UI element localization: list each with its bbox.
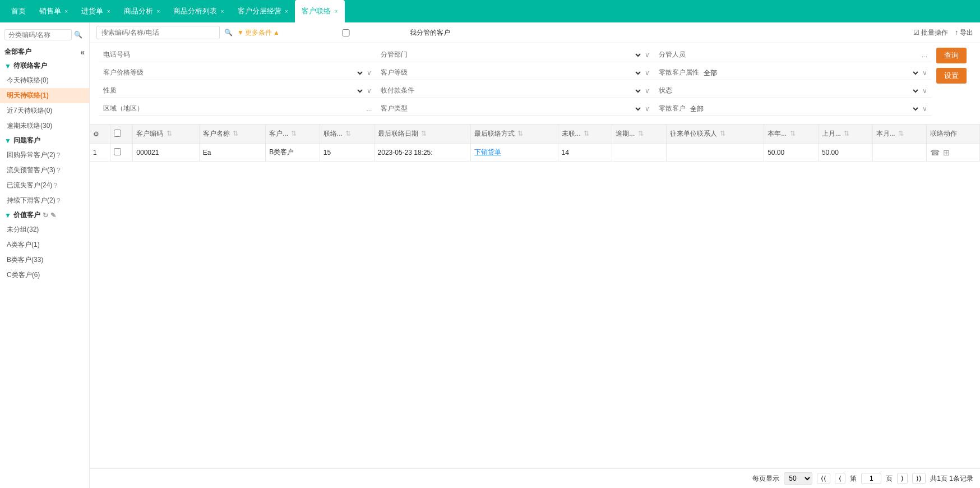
advanced-filter: 电话号码 分管部门 ∨ 分管人员 ... bbox=[90, 43, 980, 125]
sort-lmo-icon: ⇅ bbox=[844, 130, 849, 137]
query-button[interactable]: 查询 bbox=[936, 48, 967, 63]
cell-checkbox[interactable] bbox=[110, 144, 132, 162]
page-size-select[interactable]: 50 100 200 bbox=[784, 472, 812, 485]
th-last-date[interactable]: 最后联络日期 ⇅ bbox=[374, 125, 470, 144]
price-level-select[interactable] bbox=[146, 68, 364, 77]
retail-cust-select[interactable]: 全部 bbox=[688, 104, 920, 113]
export-btn[interactable]: ↑ 导出 bbox=[955, 28, 973, 38]
filter-more-btn[interactable]: ▼ 更多条件 ▲ bbox=[237, 28, 280, 38]
cell-last-method[interactable]: 下销货单 bbox=[470, 144, 558, 162]
prev-page-btn[interactable]: ⟨ bbox=[835, 473, 845, 484]
dept-select[interactable] bbox=[410, 50, 642, 59]
sidebar-item-ungrouped[interactable]: 未分组(32) bbox=[0, 222, 89, 237]
sidebar-item-tomorrow[interactable]: 明天待联络(1) bbox=[0, 88, 89, 103]
row-action-more-icon[interactable]: ⊞ bbox=[943, 148, 950, 157]
retail-attr-label: 零散客户属性 bbox=[659, 68, 699, 77]
group-problem-customers[interactable]: ▼ 问题客户 bbox=[0, 133, 89, 148]
my-customers-label: 我分管的客户 bbox=[410, 28, 450, 38]
th-category[interactable]: 客户... ⇅ bbox=[266, 125, 320, 144]
region-input[interactable] bbox=[146, 105, 364, 113]
sidebar-item-churn-warning[interactable]: 流失预警客户(3) ? bbox=[0, 163, 89, 178]
filter-region: 区域（地区） ... bbox=[99, 102, 376, 116]
sidebar-item-class-c[interactable]: C类客户(6) bbox=[0, 268, 89, 283]
th-last-method[interactable]: 最后联络方式 ⇅ bbox=[470, 125, 558, 144]
search-input[interactable] bbox=[96, 26, 220, 39]
th-settings[interactable]: ⚙ bbox=[90, 125, 110, 144]
close-contact-icon[interactable]: × bbox=[334, 8, 338, 15]
person-input[interactable] bbox=[688, 51, 919, 59]
nature-select[interactable] bbox=[119, 86, 364, 95]
th-this-year[interactable]: 本年... ⇅ bbox=[764, 125, 819, 144]
cell-index: 1 bbox=[90, 144, 110, 162]
th-contact-count[interactable]: 联络... ⇅ bbox=[320, 125, 374, 144]
collapse-icon[interactable]: « bbox=[80, 48, 85, 57]
last-page-btn[interactable]: ⟩⟩ bbox=[912, 473, 926, 484]
sidebar-item-class-b[interactable]: B类客户(33) bbox=[0, 252, 89, 268]
set-button[interactable]: 设置 bbox=[936, 68, 967, 84]
phone-input[interactable] bbox=[132, 51, 372, 59]
close-sales-icon[interactable]: × bbox=[64, 8, 68, 15]
cust-level-select[interactable] bbox=[410, 68, 642, 77]
region-dots-icon[interactable]: ... bbox=[366, 105, 372, 113]
price-level-label: 客户价格等级 bbox=[103, 68, 144, 77]
table-header-row: ⚙ 客户编码 ⇅ 客户名称 ⇅ 客户... ⇅ 联络... ⇅ 最后联络日期 ⇅… bbox=[90, 125, 980, 144]
th-last-month[interactable]: 上月... ⇅ bbox=[818, 125, 872, 144]
nav-customer-contact[interactable]: 客户联络 × bbox=[295, 0, 344, 22]
page-suffix: 页 bbox=[886, 474, 893, 484]
row-checkbox[interactable] bbox=[114, 148, 121, 155]
nav-product-analysis[interactable]: 商品分析 × bbox=[117, 0, 167, 22]
nature-chevron: ∨ bbox=[367, 87, 372, 95]
nav-customer-tier[interactable]: 客户分层经营 × bbox=[231, 0, 295, 22]
sidebar-item-churned[interactable]: 已流失客户(24) ? bbox=[0, 178, 89, 193]
page-number-input[interactable] bbox=[861, 473, 881, 484]
phone-label: 电话号码 bbox=[103, 50, 130, 59]
edit-icon[interactable]: ✎ bbox=[50, 211, 56, 219]
th-checkbox[interactable] bbox=[110, 125, 132, 144]
th-overdue[interactable]: 逾期... ⇅ bbox=[612, 125, 667, 144]
last-method-link[interactable]: 下销货单 bbox=[474, 148, 501, 156]
th-uncontacted[interactable]: 未联... ⇅ bbox=[558, 125, 612, 144]
group-pending-contact[interactable]: ▼ 待联络客户 bbox=[0, 59, 89, 73]
payment-select[interactable] bbox=[417, 86, 642, 95]
group-value-customers[interactable]: ▼ 价值客户 ↻ ✎ bbox=[0, 208, 89, 222]
row-action-phone-icon[interactable]: ☎ bbox=[930, 148, 940, 157]
person-dots-icon[interactable]: ... bbox=[922, 51, 927, 59]
filter-search-icon[interactable]: 🔍 bbox=[224, 29, 233, 36]
select-all-checkbox[interactable] bbox=[114, 130, 121, 137]
status-select[interactable] bbox=[674, 86, 920, 95]
close-list-icon[interactable]: × bbox=[220, 8, 224, 15]
sidebar-item-class-a[interactable]: A类客户(1) bbox=[0, 237, 89, 252]
retail-cust-label: 零散客户 bbox=[659, 104, 686, 113]
sidebar-item-7days[interactable]: 近7天待联络(0) bbox=[0, 103, 89, 118]
th-contact-person[interactable]: 往来单位联系人 ⇅ bbox=[666, 125, 764, 144]
sort-ty-icon: ⇅ bbox=[790, 130, 796, 137]
sidebar-search-input[interactable] bbox=[4, 29, 72, 40]
all-customers-header[interactable]: 全部客户 « bbox=[0, 45, 89, 59]
refresh-icon[interactable]: ↻ bbox=[43, 211, 48, 219]
sort-uc-icon: ⇅ bbox=[584, 130, 589, 137]
close-tier-icon[interactable]: × bbox=[285, 8, 288, 15]
first-page-btn[interactable]: ⟨⟨ bbox=[817, 473, 830, 484]
total-records: 共1页 1条记录 bbox=[930, 474, 973, 484]
nav-sales[interactable]: 销售单 × bbox=[33, 0, 75, 22]
my-customers-checkbox[interactable] bbox=[284, 29, 408, 36]
nav-purchase[interactable]: 进货单 × bbox=[75, 0, 117, 22]
th-this-month[interactable]: 本月... ⇅ bbox=[872, 125, 927, 144]
sidebar-item-overdue[interactable]: 逾期未联络(30) bbox=[0, 118, 89, 133]
retail-attr-select[interactable]: 全部 bbox=[701, 68, 920, 77]
sidebar-item-today[interactable]: 今天待联络(0) bbox=[0, 73, 89, 88]
close-purchase-icon[interactable]: × bbox=[107, 8, 110, 15]
th-name[interactable]: 客户名称 ⇅ bbox=[199, 125, 265, 144]
nav-product-list[interactable]: 商品分析列表 × bbox=[167, 0, 230, 22]
sidebar-item-repurchase[interactable]: 回购异常客户(2) ? bbox=[0, 148, 89, 163]
close-product-icon[interactable]: × bbox=[156, 8, 160, 15]
nav-home[interactable]: 首页 bbox=[4, 0, 33, 22]
sidebar-item-declining[interactable]: 持续下滑客户(2) ? bbox=[0, 193, 89, 208]
cell-name: Ea bbox=[199, 144, 265, 162]
batch-ops-btn[interactable]: ☑ 批量操作 bbox=[913, 28, 948, 38]
next-page-btn[interactable]: ⟩ bbox=[897, 473, 908, 484]
batch-ops-label: 批量操作 bbox=[921, 28, 948, 38]
cust-type-select[interactable] bbox=[410, 104, 642, 113]
sidebar-search-icon[interactable]: 🔍 bbox=[74, 31, 82, 39]
th-code[interactable]: 客户编码 ⇅ bbox=[133, 125, 199, 144]
